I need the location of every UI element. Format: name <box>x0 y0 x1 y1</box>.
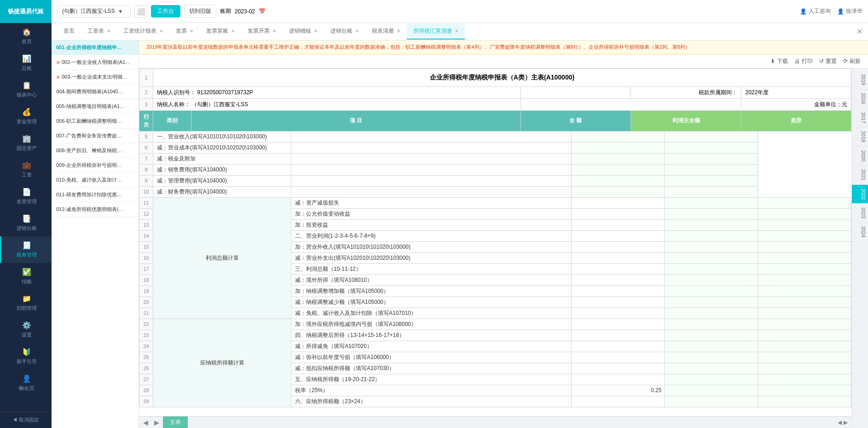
amount-cell[interactable] <box>571 297 665 308</box>
diff-cell[interactable] <box>758 385 851 396</box>
sheet-tab-main[interactable]: 主表 <box>163 417 188 428</box>
tab-home[interactable]: 首页 <box>57 23 81 40</box>
amount-cell[interactable] <box>291 175 572 186</box>
scroll-right-icon[interactable]: ▶ <box>844 419 848 426</box>
profit-cell[interactable] <box>665 330 758 341</box>
profit-cell[interactable] <box>665 341 758 352</box>
close-icon[interactable]: ✕ <box>355 29 359 34</box>
diff-cell[interactable] <box>758 319 851 330</box>
tab-sales-ledger[interactable]: 进销台账 ✕ <box>324 23 365 40</box>
calendar-icon[interactable]: 📅 <box>259 8 266 15</box>
left-item-009[interactable]: 009-企业所得税弥补亏损明… <box>52 158 139 173</box>
profit-cell[interactable] <box>665 352 758 363</box>
year-2020[interactable]: 2020 <box>852 147 868 165</box>
diff-cell[interactable] <box>758 252 851 263</box>
close-icon[interactable]: ✕ <box>272 29 276 34</box>
diff-cell[interactable] <box>665 164 758 175</box>
close-icon[interactable]: ✕ <box>159 29 163 34</box>
amount-cell[interactable]: 0.25 <box>571 385 665 396</box>
diff-cell[interactable] <box>758 341 851 352</box>
profit-cell[interactable] <box>665 252 758 263</box>
profit-cell[interactable] <box>571 142 665 153</box>
download-button[interactable]: ⬇ 下载 <box>770 57 788 65</box>
print-button[interactable]: 🖨 打印 <box>794 57 813 65</box>
close-icon[interactable]: ✕ <box>455 29 458 34</box>
profit-cell[interactable] <box>665 274 758 285</box>
profit-cell[interactable] <box>665 230 758 241</box>
profit-cell[interactable] <box>665 308 758 319</box>
profit-cell[interactable] <box>665 319 758 330</box>
sidebar-item-invoice[interactable]: 📄 发票管理 <box>0 183 52 210</box>
scroll-left-icon[interactable]: ◀ <box>838 419 842 426</box>
year-2018[interactable]: 2018 <box>852 127 868 146</box>
refresh-button[interactable]: ⟳ 刷新 <box>843 57 861 65</box>
sidebar-item-fund[interactable]: 💰 资金管理 <box>0 103 52 130</box>
tab-payroll[interactable]: 工资表 ✕ <box>81 23 117 40</box>
profit-cell[interactable] <box>665 263 758 274</box>
diff-cell[interactable] <box>758 197 851 208</box>
amount-cell[interactable] <box>571 219 665 230</box>
tab-invoice-calc[interactable]: 发票算账 ✕ <box>200 23 241 40</box>
sidebar-item-sales[interactable]: 📑 进销台账 <box>0 210 52 236</box>
prev-sheet-icon[interactable]: ◀ <box>141 419 150 426</box>
amount-cell[interactable] <box>291 153 572 164</box>
amount-cell[interactable] <box>571 330 665 341</box>
diff-cell[interactable] <box>758 241 851 252</box>
profit-cell[interactable] <box>665 374 758 385</box>
diff-cell[interactable] <box>758 396 851 407</box>
diff-cell[interactable] <box>758 219 851 230</box>
user-profile[interactable]: 👤 徐泽华 <box>837 7 862 15</box>
diff-cell[interactable] <box>758 297 851 308</box>
next-sheet-icon[interactable]: ▶ <box>152 419 161 426</box>
reset-button[interactable]: ↺ 重置 <box>819 57 837 65</box>
diff-cell[interactable] <box>758 230 851 241</box>
amount-cell[interactable] <box>291 164 572 175</box>
close-icon[interactable]: ✕ <box>190 29 193 34</box>
profit-cell[interactable] <box>665 197 758 208</box>
diff-cell[interactable] <box>758 208 851 219</box>
left-item-012[interactable]: 012-减免所得税优惠明细表(… <box>52 202 139 217</box>
profit-cell[interactable] <box>665 396 758 407</box>
amount-cell[interactable] <box>571 374 665 385</box>
sidebar-item-fixed[interactable]: 🏢 固定资产 <box>0 130 52 156</box>
diff-cell[interactable] <box>758 274 851 285</box>
left-item-002[interactable]: ⊗ 002-一般企业收入明细表(A1… <box>52 55 139 70</box>
amount-cell[interactable] <box>291 186 572 197</box>
diff-cell[interactable] <box>758 285 851 297</box>
switch-button[interactable]: 切到旧版 <box>184 5 216 18</box>
close-all-icon[interactable]: ✕ <box>856 27 862 36</box>
profit-cell[interactable] <box>665 363 758 374</box>
amount-cell[interactable] <box>571 285 665 297</box>
profit-cell[interactable] <box>571 164 665 175</box>
amount-cell[interactable] <box>571 308 665 319</box>
sidebar-item-report[interactable]: 📋 报表中心 <box>0 76 52 103</box>
year-2017[interactable]: 2017 <box>852 108 868 127</box>
amount-cell[interactable] <box>571 252 665 263</box>
year-2021[interactable]: 2021 <box>852 165 868 184</box>
sidebar-item-ledger[interactable]: 📊 总账 <box>0 50 52 76</box>
tab-invoice[interactable]: 发票 ✕ <box>169 23 200 40</box>
company-selector[interactable]: (勾删）江西服宝-LSS ▼ <box>57 5 131 17</box>
sidebar-footer[interactable]: ◀ 取消固定 <box>0 411 52 428</box>
left-item-003[interactable]: ⊗ 003-一般企业成本支出明细… <box>52 70 139 85</box>
left-item-010[interactable]: 010-免税、减计收入及加计… <box>52 173 139 188</box>
profit-cell[interactable] <box>571 175 665 186</box>
amount-cell[interactable] <box>571 341 665 352</box>
diff-cell[interactable] <box>665 186 758 197</box>
amount-cell[interactable] <box>291 142 572 153</box>
left-item-008[interactable]: 008-资产折旧、摊销及纳税… <box>52 143 139 158</box>
tab-invoice-open[interactable]: 发票开票 ✕ <box>241 23 283 40</box>
amount-cell[interactable] <box>571 197 665 208</box>
tab-income-tax[interactable]: 所得税汇算清缴 ✕ <box>407 23 465 40</box>
left-item-011[interactable]: 011-研发费用加计扣除优惠… <box>52 188 139 202</box>
amount-cell[interactable] <box>571 230 665 241</box>
profit-cell[interactable] <box>571 153 665 164</box>
sidebar-item-member[interactable]: 👤 畅会员 <box>0 370 52 396</box>
left-item-001[interactable]: 001-企业所得税年度纳税申… <box>52 40 139 55</box>
left-item-006[interactable]: 006-职工薪酬纳税调整明细… <box>52 114 139 129</box>
year-2019[interactable]: 2019 <box>852 70 868 89</box>
workbench-button[interactable]: 工作台 <box>151 5 180 17</box>
profit-cell[interactable] <box>571 131 665 142</box>
consultant-btn[interactable]: 👤 人工咨询 <box>800 7 831 15</box>
year-2022[interactable]: 2022 <box>852 185 868 204</box>
